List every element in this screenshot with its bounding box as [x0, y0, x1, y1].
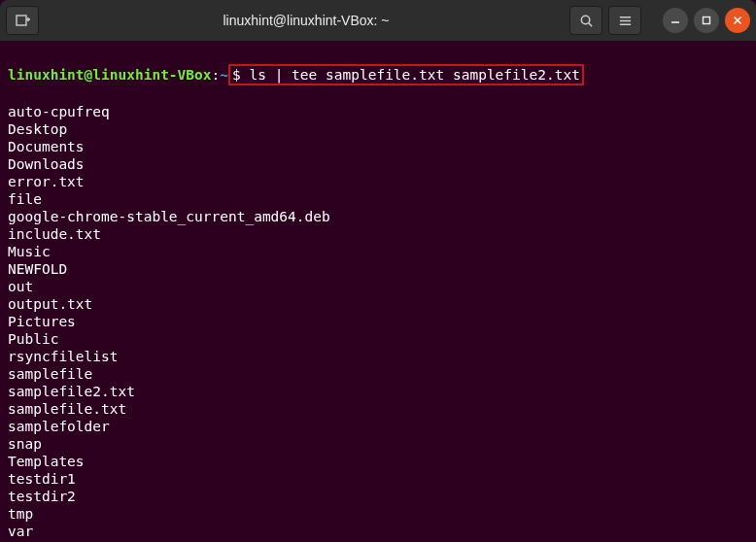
output-line: Downloads — [8, 155, 748, 173]
minimize-icon — [670, 16, 680, 25]
output-line: testdir2 — [8, 488, 748, 505]
output-line: Documents — [8, 138, 748, 155]
svg-rect-0 — [17, 16, 26, 25]
output-line: snap — [8, 435, 748, 453]
output-line: tmp — [8, 505, 748, 523]
prompt-user-host: linuxhint@linuxhint-VBox — [8, 67, 212, 83]
hamburger-icon — [618, 14, 633, 28]
close-icon — [733, 16, 742, 25]
output-line: samplefile — [8, 365, 748, 383]
search-button[interactable] — [569, 6, 602, 35]
svg-point-3 — [581, 16, 589, 23]
output-line: auto-cpufreq — [8, 103, 748, 120]
output-line: var — [8, 523, 748, 540]
svg-line-4 — [588, 22, 591, 25]
output-line: Public — [8, 330, 748, 348]
prompt-path: ~ — [220, 67, 228, 83]
output-line: Music — [8, 243, 748, 260]
window-title: linuxhint@linuxhint-VBox: ~ — [43, 12, 569, 29]
output-container: auto-cpufreqDesktopDocumentsDownloadserr… — [8, 103, 748, 542]
output-line: google-chrome-stable_current_amd64.deb — [8, 208, 748, 225]
command-rest: tee samplefile.txt samplefile2.txt — [292, 67, 580, 83]
output-line: Templates — [8, 453, 748, 470]
command-prefix: ls | — [241, 67, 292, 83]
new-tab-icon — [15, 13, 30, 28]
maximize-icon — [702, 16, 711, 25]
output-line: include.txt — [8, 225, 748, 243]
terminal-body[interactable]: linuxhint@linuxhint-VBox:~$ ls | tee sam… — [0, 41, 756, 542]
output-line: samplefile.txt — [8, 400, 748, 418]
output-line: out — [8, 278, 748, 295]
output-line: error.txt — [8, 173, 748, 190]
close-button[interactable] — [725, 8, 750, 33]
prompt-symbol: $ — [232, 67, 241, 83]
search-icon — [579, 14, 594, 28]
titlebar-right — [569, 6, 750, 35]
terminal-window: linuxhint@linuxhint-VBox: ~ — [0, 0, 756, 542]
output-line: samplefolder — [8, 418, 748, 435]
output-line: testdir1 — [8, 470, 748, 488]
output-line: Pictures — [8, 313, 748, 330]
output-line: output.txt — [8, 295, 748, 313]
minimize-button[interactable] — [663, 8, 688, 33]
svg-rect-9 — [704, 17, 710, 24]
titlebar-left — [6, 6, 43, 35]
output-line: file — [8, 190, 748, 208]
menu-button[interactable] — [608, 6, 641, 35]
output-line: NEWFOLD — [8, 260, 748, 278]
output-line: rsyncfilelist — [8, 348, 748, 365]
prompt-separator: : — [212, 67, 221, 83]
maximize-button[interactable] — [694, 8, 719, 33]
output-line: Desktop — [8, 120, 748, 138]
titlebar: linuxhint@linuxhint-VBox: ~ — [0, 0, 756, 41]
command-line: linuxhint@linuxhint-VBox:~$ ls | tee sam… — [8, 64, 748, 85]
output-line: samplefile2.txt — [8, 383, 748, 400]
new-tab-button[interactable] — [6, 6, 39, 35]
highlighted-command: $ ls | tee samplefile.txt samplefile2.tx… — [228, 64, 584, 85]
